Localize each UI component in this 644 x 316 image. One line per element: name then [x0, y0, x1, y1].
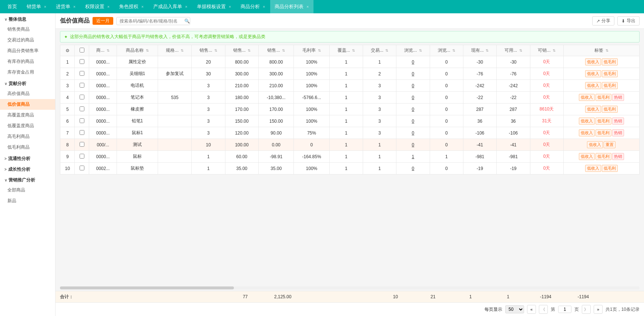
close-icon[interactable]: ×: [141, 4, 144, 9]
row-browse1[interactable]: 0: [396, 92, 430, 103]
sidebar-item-low-profit[interactable]: 低毛利商品: [0, 142, 55, 153]
first-page-button[interactable]: «: [527, 305, 536, 314]
scrollbar-thumb[interactable]: [60, 286, 234, 289]
row-browse1[interactable]: 0: [396, 103, 430, 115]
row-no: 6: [60, 115, 75, 127]
nav-permission[interactable]: 权限设置 ×: [81, 0, 114, 13]
nav-product-analysis[interactable]: 商品分析 ×: [236, 0, 269, 13]
row-tags: 低收入重置: [563, 139, 639, 151]
row-checkbox[interactable]: [80, 106, 84, 111]
sidebar-group-growth[interactable]: > 成长性分析: [0, 163, 55, 174]
sidebar-item-category-sales[interactable]: 商品分类销售率: [0, 45, 55, 56]
row-browse1[interactable]: 0: [396, 127, 430, 139]
browse1-link[interactable]: 0: [412, 83, 415, 88]
col-transaction[interactable]: 交易... ⇅: [363, 45, 396, 56]
browse1-link[interactable]: 0: [412, 119, 415, 124]
col-available[interactable]: 可用... ⇅: [497, 45, 530, 56]
sidebar-item-all-goods[interactable]: 全部商品: [0, 185, 55, 196]
row-checkbox[interactable]: [80, 95, 84, 99]
close-icon[interactable]: ×: [73, 4, 76, 9]
sidebar-group-overall[interactable]: ∨ 整体信息: [0, 13, 55, 24]
col-browse2[interactable]: 浏览... ⇅: [430, 45, 463, 56]
sidebar-group-contribution[interactable]: ∨ 贡献分析: [0, 78, 55, 88]
sidebar-item-high-coverage[interactable]: 高覆盖度商品: [0, 110, 55, 120]
close-icon[interactable]: ×: [185, 4, 187, 9]
last-page-button[interactable]: »: [594, 305, 603, 314]
close-icon[interactable]: ×: [263, 4, 265, 9]
sidebar-item-low-value[interactable]: 低价值商品: [0, 99, 55, 110]
browse1-link[interactable]: 0: [412, 71, 415, 77]
nav-purchase[interactable]: 进货单 ×: [51, 0, 80, 13]
close-icon[interactable]: ×: [229, 4, 231, 9]
row-checkbox[interactable]: [80, 130, 84, 135]
col-settings[interactable]: ⚙: [60, 45, 75, 56]
page-number-input[interactable]: [558, 306, 571, 313]
sidebar-item-inventory-goods[interactable]: 有库存的商品: [0, 56, 55, 67]
row-checkbox[interactable]: [80, 118, 84, 123]
sidebar-item-traded-goods[interactable]: 交易过的商品: [0, 35, 55, 45]
sidebar-group-circulation[interactable]: > 流通性分析: [0, 153, 55, 163]
row-checkbox[interactable]: [80, 142, 84, 147]
close-icon[interactable]: ×: [44, 4, 46, 9]
next-page-button[interactable]: 〉: [582, 305, 591, 314]
row-browse1[interactable]: 0: [396, 56, 430, 68]
share-button[interactable]: ↗ 分享: [592, 16, 614, 26]
col-sales-unit[interactable]: 销售... ⇅: [258, 45, 294, 56]
prev-page-button[interactable]: 〈: [539, 305, 548, 314]
col-code[interactable]: 商... ⇅: [89, 45, 117, 56]
browse1-link[interactable]: 0: [412, 95, 415, 100]
col-tags[interactable]: 标签 ⇅: [563, 45, 639, 56]
search-icon[interactable]: 🔍: [184, 18, 190, 24]
sidebar-item-high-profit[interactable]: 高毛利商品: [0, 131, 55, 142]
close-icon[interactable]: ×: [306, 4, 309, 9]
filter-recent-month-button[interactable]: 近一月: [93, 17, 113, 25]
col-name[interactable]: 商品名称 ⇅: [117, 45, 158, 56]
sidebar-item-sales-goods[interactable]: 销售类商品: [0, 24, 55, 35]
row-browse1[interactable]: 0: [396, 80, 430, 92]
sidebar-group-marketing[interactable]: ∨ 营销推广分析: [0, 174, 55, 185]
col-gross-rate[interactable]: 毛利率 ⇅: [294, 45, 329, 56]
browse1-link[interactable]: 0: [412, 107, 415, 112]
col-sales-qty[interactable]: 销售... ⇅: [192, 45, 225, 56]
row-browse1[interactable]: 0: [396, 115, 430, 127]
nav-product-analysis-list[interactable]: 商品分析列表 ×: [270, 0, 313, 13]
row-browse1[interactable]: 0: [396, 68, 430, 80]
row-browse1[interactable]: 0: [396, 139, 430, 151]
nav-role[interactable]: 角色授权 ×: [115, 0, 148, 13]
col-sales-amt[interactable]: 销售... ⇅: [225, 45, 258, 56]
browse1-link[interactable]: 0: [412, 60, 415, 65]
col-current[interactable]: 现有... ⇅: [463, 45, 496, 56]
col-spec[interactable]: 规格... ⇅: [158, 45, 192, 56]
col-browse1[interactable]: 浏览... ⇅: [396, 45, 430, 56]
select-all-checkbox[interactable]: [80, 48, 84, 52]
row-checkbox[interactable]: [80, 83, 84, 88]
browse1-link[interactable]: 1: [412, 154, 415, 159]
sidebar-item-new-goods[interactable]: 新品: [0, 196, 55, 206]
nav-template[interactable]: 单据模板设置 ×: [192, 0, 235, 13]
row-browse1[interactable]: 0: [396, 163, 430, 174]
row-checkbox[interactable]: [80, 154, 84, 159]
row-checkbox[interactable]: [80, 59, 84, 64]
sidebar-item-inventory-capital[interactable]: 库存资金占用: [0, 67, 55, 78]
row-sellable: 0天: [530, 56, 563, 68]
browse1-link[interactable]: 0: [412, 130, 415, 136]
col-coverage[interactable]: 覆盖... ⇅: [329, 45, 363, 56]
col-sellable[interactable]: 可销... ⇅: [530, 45, 563, 56]
row-checkbox[interactable]: [80, 166, 84, 170]
close-icon[interactable]: ×: [107, 4, 110, 9]
col-checkbox[interactable]: [75, 45, 89, 56]
nav-home[interactable]: 首页: [3, 0, 21, 13]
nav-product-in[interactable]: 产成品入库单 ×: [149, 0, 192, 13]
per-page-select[interactable]: 50 100 200: [505, 305, 524, 313]
browse1-link[interactable]: 0: [412, 142, 415, 147]
export-button[interactable]: ⬇ 导出: [617, 16, 640, 26]
search-input[interactable]: [116, 17, 190, 25]
notice-text: 这部分商品的销售收入大幅低于商品平均销售收入，价值不高，可考虑调整营销策略，或是…: [70, 34, 265, 40]
browse1-link[interactable]: 0: [412, 166, 415, 171]
row-checkbox[interactable]: [80, 71, 84, 76]
nav-sales[interactable]: 销货单 ×: [22, 0, 51, 13]
row-browse1[interactable]: 1: [396, 151, 430, 163]
sidebar-item-low-coverage[interactable]: 低覆盖度商品: [0, 120, 55, 131]
sidebar-item-high-value[interactable]: 高价值商品: [0, 88, 55, 99]
horizontal-scrollbar[interactable]: [60, 286, 640, 289]
